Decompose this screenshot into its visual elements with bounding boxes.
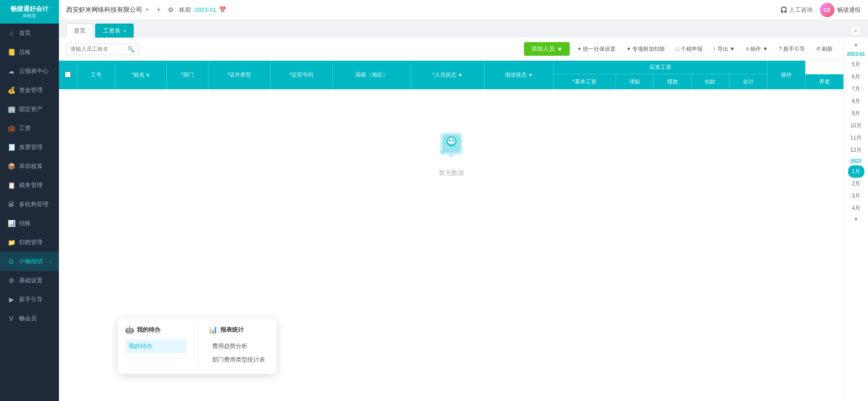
sidebar-item-xiaochang-report[interactable]: G小畅报销‹: [0, 252, 59, 271]
sidebar-item-cloud-report[interactable]: ☁云报表中心: [0, 62, 59, 81]
sidebar-item-basic-settings[interactable]: ⚙基础设置: [0, 271, 59, 290]
logo-sub: 旗舰版: [5, 13, 54, 19]
th-person-status: *人员状态 ▼: [411, 61, 485, 89]
tab-salary[interactable]: 工资表 ×: [95, 24, 134, 38]
search-input-wrap[interactable]: 🔍: [66, 43, 139, 55]
refresh-btn[interactable]: ↺ 刷新: [812, 43, 836, 55]
xiaochang-report-icon: G: [7, 258, 15, 265]
sidebar-item-settlement[interactable]: 📊结账: [0, 214, 59, 233]
asset-icon: 🏢: [7, 106, 15, 113]
th-pension: 养老: [805, 74, 844, 90]
refresh-label: 刷新: [822, 45, 833, 53]
company-selector[interactable]: 西安虾米网络科技有限公司 ▼: [66, 6, 150, 14]
timeline-month-4[interactable]: 4月: [844, 202, 868, 214]
sidebar-item-label-new-guide: 新手引导: [19, 295, 43, 304]
th-dept: *部门: [166, 61, 208, 89]
new-guide-btn[interactable]: ? 新手引导: [775, 43, 809, 55]
tab-salary-close-icon[interactable]: ×: [123, 28, 126, 34]
topbar-actions: ＋ ⚙ 账期 2023-01 📅: [155, 5, 226, 14]
fund-icon: 💰: [7, 87, 15, 94]
search-input[interactable]: [70, 46, 125, 52]
timeline-month-3[interactable]: 3月: [844, 190, 868, 202]
dropdown-col-pending: 🤖 我的待办 我的待办: [125, 325, 186, 367]
sidebar-item-label-settlement: 结账: [19, 219, 31, 227]
sidebar-item-home[interactable]: ⌂首页: [0, 24, 59, 43]
timeline-up-icon[interactable]: ▲: [852, 39, 861, 49]
sidebar-item-new-guide[interactable]: ▶新手引导: [0, 290, 59, 309]
tax-report-icon: □: [676, 46, 679, 52]
company-name: 西安虾米网络科技有限公司: [66, 6, 142, 14]
empty-state: 暂无数据: [59, 89, 844, 213]
timeline-month-11[interactable]: 11月: [844, 132, 868, 144]
sidebar-item-label-archive: 归档管理: [19, 238, 43, 246]
salary-icon: 💼: [7, 125, 15, 132]
social-security-btn[interactable]: ✦ 统一社保设置: [573, 43, 619, 55]
xiaochang-report-arrow-icon: ‹: [50, 259, 52, 264]
th-name: *姓名 ⇅: [115, 61, 166, 89]
report-title-label: 报表统计: [220, 326, 244, 334]
timeline-month-2[interactable]: 2月: [844, 178, 868, 190]
sidebar-item-label-xiaochang-report: 小畅报销: [19, 257, 43, 266]
dropdown-panel: 🤖 我的待办 我的待办 📊 报表统计: [118, 318, 276, 374]
select-all-checkbox[interactable]: [65, 72, 71, 77]
sidebar-item-multi-org[interactable]: 🏛多机构管理: [0, 195, 59, 214]
th-id-no: *证照号码: [271, 61, 333, 89]
tax-report-btn[interactable]: □ 个税申报: [672, 43, 706, 55]
timeline-month-8[interactable]: 8月: [844, 95, 868, 107]
export-btn[interactable]: ↑ 导出 ▼: [710, 43, 739, 55]
sidebar-item-fund[interactable]: 💰资金管理: [0, 81, 59, 100]
home-icon: ⌂: [7, 29, 15, 37]
sidebar-item-membership[interactable]: V畅会员: [0, 309, 59, 328]
sidebar-item-label-membership: 畅会员: [19, 314, 37, 323]
timeline-month-9[interactable]: 9月: [844, 107, 868, 120]
ledger-icon: 📒: [7, 48, 15, 56]
operations-icon: ≡: [746, 46, 749, 52]
service-btn[interactable]: 🎧 人工咨询: [780, 6, 813, 14]
dropdown-col-pending-title: 🤖 我的待办: [125, 325, 186, 334]
add-person-label: 添加人员: [531, 45, 555, 53]
avatar: CE: [820, 3, 834, 17]
tab-home[interactable]: 首页: [66, 24, 93, 38]
timeline-down-icon[interactable]: ▼: [852, 214, 861, 224]
dropdown-item-cost-trend[interactable]: 费用趋势分析: [209, 339, 270, 353]
invoice-icon: 🧾: [7, 144, 15, 151]
th-job-no: 工号: [77, 61, 115, 89]
sidebar-item-ledger[interactable]: 📒总账: [0, 43, 59, 62]
calendar-icon[interactable]: 📅: [219, 6, 226, 13]
timeline-month-10[interactable]: 10月: [844, 120, 868, 132]
settings-icon[interactable]: ⚙: [168, 6, 174, 14]
operations-chevron-icon: ▼: [762, 46, 768, 52]
sidebar-logo[interactable]: 畅捷通好会计 旗舰版: [0, 0, 59, 24]
th-id-type: *证件类型: [209, 61, 271, 89]
timeline-year-2023: 2023: [849, 156, 863, 165]
operations-btn[interactable]: ≡ 操作 ▼: [742, 43, 771, 55]
user-name: 畅捷通组: [837, 6, 861, 14]
dropdown-item-pending[interactable]: 我的待办: [125, 339, 186, 353]
timeline-month-12[interactable]: 12月: [844, 144, 868, 156]
dropdown-item-dept-cost[interactable]: 部门费用类型统计表: [209, 353, 270, 367]
period-value[interactable]: 2023-01: [194, 6, 216, 13]
sidebar-item-invoice[interactable]: 🧾发票管理: [0, 138, 59, 157]
timeline-month-7[interactable]: 7月: [844, 83, 868, 95]
add-company-icon[interactable]: ＋: [155, 5, 162, 14]
timeline-month-6[interactable]: 6月: [844, 71, 868, 83]
sidebar-item-tax[interactable]: 📋税务管理: [0, 176, 59, 195]
membership-icon: V: [7, 315, 15, 322]
sidebar-item-asset[interactable]: 🏢固定资产: [0, 100, 59, 119]
sidebar-item-archive[interactable]: 📁归档管理: [0, 233, 59, 252]
add-person-button[interactable]: 添加人员 ▼: [524, 42, 570, 56]
timeline-month-5[interactable]: 5月: [844, 58, 868, 71]
th-checkbox[interactable]: [59, 61, 77, 89]
th-report-status: 报送状态 ▼: [484, 61, 553, 89]
sidebar-item-salary[interactable]: 💼工资: [0, 119, 59, 138]
svg-point-3: [449, 140, 451, 141]
close-panel-icon[interactable]: ×: [851, 26, 861, 36]
sidebar-item-inventory[interactable]: 📦库存核算: [0, 157, 59, 176]
user-avatar-area[interactable]: CE 畅捷通组: [820, 3, 861, 17]
th-basic-salary: *基本工资: [553, 74, 616, 90]
basic-settings-icon: ⚙: [7, 277, 15, 284]
special-deduction-btn[interactable]: ✦ 专项附加扣除: [623, 43, 669, 55]
timeline-month-1[interactable]: 1月: [848, 165, 864, 178]
refresh-icon: ↺: [816, 46, 820, 52]
topbar-right: 🎧 人工咨询 CE 畅捷通组: [780, 3, 861, 17]
